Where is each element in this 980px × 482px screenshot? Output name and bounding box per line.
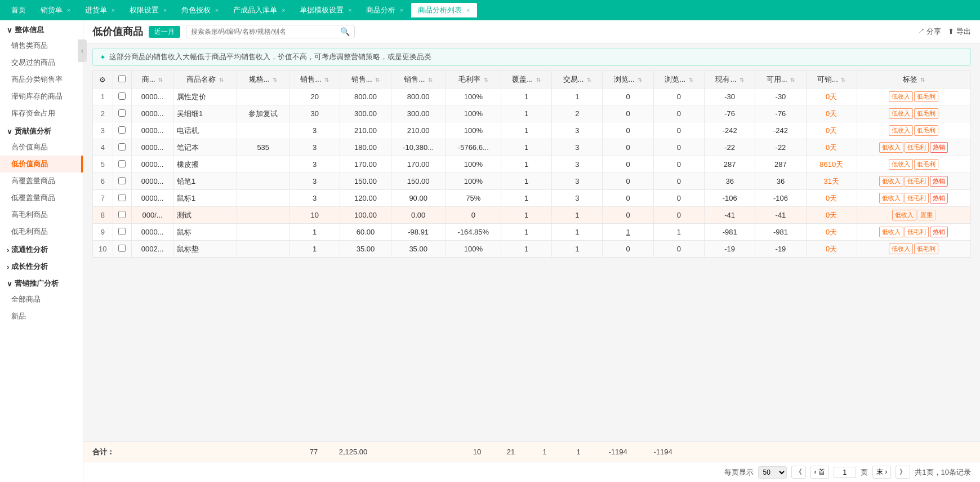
- tag: 低收入: [879, 193, 903, 204]
- sidebar-item-sales-goods[interactable]: 销售类商品: [0, 37, 83, 54]
- search-input[interactable]: [191, 28, 338, 36]
- col-sale-qty[interactable]: 销售... ⇅: [289, 71, 340, 89]
- col-tags[interactable]: 标签 ⇅: [857, 71, 970, 89]
- row-num: 10: [93, 241, 113, 258]
- nav-purchase[interactable]: 进货单 ×: [78, 3, 122, 17]
- sidebar-item-high-value[interactable]: 高价值商品: [0, 139, 83, 156]
- nav-goods-analysis-close[interactable]: ×: [400, 7, 403, 14]
- row-code: 0000...: [132, 122, 173, 139]
- col-transaction[interactable]: 交易... ⇅: [552, 71, 603, 89]
- sidebar-group-liquidity[interactable]: › 流通性分析: [0, 240, 83, 257]
- prev-page-button[interactable]: ‹ 首: [810, 466, 829, 479]
- sidebar-item-inventory-capital[interactable]: 库存资金占用: [0, 105, 83, 122]
- nav-template-close[interactable]: ×: [348, 7, 351, 14]
- row-view1[interactable]: 0: [603, 173, 653, 190]
- filter-recent-month-button[interactable]: 近一月: [149, 26, 180, 38]
- row-view1[interactable]: 0: [603, 156, 653, 173]
- next-page-button[interactable]: 末 ›: [872, 466, 891, 479]
- col-view1[interactable]: 浏览... ⇅: [603, 71, 653, 89]
- col-margin[interactable]: 毛利率 ⇅: [446, 71, 501, 89]
- nav-goods-analysis[interactable]: 商品分析 ×: [359, 3, 410, 17]
- row-view1[interactable]: 1: [603, 224, 653, 241]
- row-spec: [237, 224, 289, 241]
- sidebar-item-low-value[interactable]: 低价值商品: [0, 156, 83, 173]
- row-code: 0002...: [132, 241, 173, 258]
- export-button[interactable]: ⬆ 导出: [948, 26, 971, 37]
- nav-goods-list[interactable]: 商品分析列表 ×: [411, 3, 476, 17]
- search-icon[interactable]: 🔍: [340, 27, 350, 36]
- col-current-stock[interactable]: 现有... ⇅: [705, 71, 755, 89]
- row-view1[interactable]: 0: [603, 122, 653, 139]
- row-view1[interactable]: 0: [603, 190, 653, 207]
- sidebar-item-category-rate[interactable]: 商品分类销售率: [0, 71, 83, 88]
- row-transaction: 3: [552, 139, 603, 156]
- col-view2[interactable]: 浏览... ⇅: [653, 71, 704, 89]
- sidebar-item-high-margin[interactable]: 高毛利商品: [0, 206, 83, 223]
- sidebar-item-new-goods[interactable]: 新品: [0, 308, 83, 325]
- row-tags: 低收入低毛利热销: [857, 173, 970, 190]
- row-checkbox[interactable]: [118, 177, 126, 184]
- sidebar-item-slow-goods[interactable]: 滞销库存的商品: [0, 88, 83, 105]
- col-sale-price[interactable]: 销售... ⇅: [391, 71, 446, 89]
- col-name[interactable]: 商品名称 ⇅: [173, 71, 237, 89]
- sidebar-item-low-coverage[interactable]: 低覆盖量商品: [0, 189, 83, 206]
- nav-template[interactable]: 单据模板设置 ×: [293, 3, 358, 17]
- sidebar-group-contribution[interactable]: ∨ 贡献值分析: [0, 122, 83, 139]
- row-transaction: 3: [552, 156, 603, 173]
- row-view1[interactable]: 0: [603, 105, 653, 122]
- sidebar-item-all-goods[interactable]: 全部商品: [0, 291, 83, 308]
- nav-product-in[interactable]: 产成品入库单 ×: [226, 3, 292, 17]
- per-page-select[interactable]: 50 100 200: [758, 466, 787, 479]
- row-checkbox-cell: [113, 190, 131, 207]
- row-num: 7: [93, 190, 113, 207]
- share-button[interactable]: ↗ 分享: [917, 26, 942, 37]
- row-checkbox[interactable]: [118, 109, 126, 117]
- sidebar-group-growth[interactable]: › 成长性分析: [0, 257, 83, 274]
- row-checkbox[interactable]: [118, 160, 126, 167]
- row-sale-qty: 3: [289, 122, 340, 139]
- col-available[interactable]: 可用... ⇅: [755, 71, 806, 89]
- nav-sales-close[interactable]: ×: [67, 7, 70, 14]
- row-checkbox[interactable]: [118, 245, 126, 252]
- row-view1[interactable]: 0: [603, 207, 653, 224]
- sidebar-group-marketing[interactable]: ∨ 营销推广分析: [0, 274, 83, 291]
- col-settings[interactable]: ⚙: [93, 71, 113, 89]
- nav-goods-list-close[interactable]: ×: [466, 7, 470, 14]
- row-view1[interactable]: 0: [603, 139, 653, 156]
- nav-home[interactable]: 首页: [5, 3, 33, 17]
- row-view1[interactable]: 0: [603, 241, 653, 258]
- col-sale-amount[interactable]: 销售... ⇅: [340, 71, 391, 89]
- last-page-button[interactable]: 》: [896, 466, 910, 479]
- sidebar-collapse-button[interactable]: ‹: [78, 39, 87, 62]
- nav-permission[interactable]: 权限设置 ×: [123, 3, 173, 17]
- first-page-button[interactable]: 《: [791, 466, 806, 479]
- sidebar-item-traded-goods[interactable]: 交易过的商品: [0, 54, 83, 71]
- row-sale-amount: 150.00: [340, 173, 391, 190]
- sidebar-item-low-margin[interactable]: 低毛利商品: [0, 223, 83, 240]
- row-checkbox[interactable]: [118, 92, 126, 100]
- row-checkbox[interactable]: [118, 228, 126, 235]
- nav-product-in-close[interactable]: ×: [282, 7, 285, 14]
- select-all-checkbox[interactable]: [118, 75, 126, 82]
- top-navigation: 首页 销货单 × 进货单 × 权限设置 × 角色授权 × 产成品入库单 × 单据…: [0, 0, 980, 20]
- row-checkbox[interactable]: [118, 126, 126, 134]
- nav-sales[interactable]: 销货单 ×: [34, 3, 77, 17]
- col-coverage[interactable]: 覆盖... ⇅: [501, 71, 551, 89]
- nav-permission-close[interactable]: ×: [163, 7, 167, 14]
- sidebar-item-high-coverage[interactable]: 高覆盖量商品: [0, 173, 83, 189]
- nav-role[interactable]: 角色授权 ×: [175, 3, 225, 17]
- col-spec[interactable]: 规格... ⇅: [237, 71, 289, 89]
- row-checkbox[interactable]: [118, 143, 126, 151]
- row-code: 000/...: [132, 207, 173, 224]
- row-view1[interactable]: 0: [603, 89, 653, 105]
- col-saleable[interactable]: 可销... ⇅: [806, 71, 857, 89]
- nav-purchase-close[interactable]: ×: [112, 7, 115, 14]
- sidebar-group-overall[interactable]: ∨ 整体信息: [0, 20, 83, 37]
- col-code[interactable]: 商... ⇅: [132, 71, 173, 89]
- row-checkbox[interactable]: [118, 211, 126, 218]
- row-checkbox[interactable]: [118, 194, 126, 201]
- nav-role-close[interactable]: ×: [215, 7, 219, 14]
- col-checkbox[interactable]: [113, 71, 131, 89]
- page-number-input[interactable]: [834, 467, 856, 478]
- table-row: 6 0000... 铅笔1 3 150.00 150.00 100% 1 3 0…: [93, 173, 971, 190]
